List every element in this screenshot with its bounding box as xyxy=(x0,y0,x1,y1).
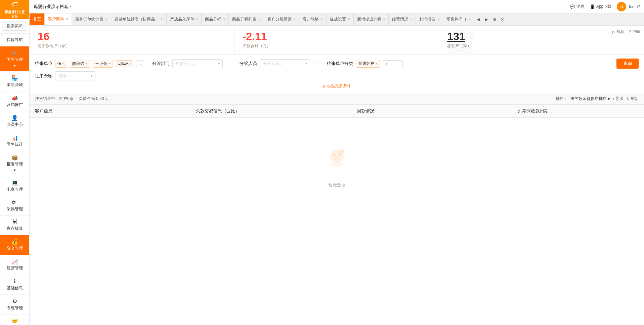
tab-cost-inbound[interactable]: 产成品入库单 × xyxy=(167,13,202,25)
operations-icon: 📈 xyxy=(11,258,18,265)
category-tag-1-close[interactable]: × xyxy=(376,62,378,66)
data-table: 客户信息 欠款交易信息（占比） 回款情况 到期未收款日期 xyxy=(30,105,644,325)
basic-info-icon: ℹ xyxy=(14,278,16,285)
sidebar-item-quick-nav[interactable]: 快捷导航 xyxy=(0,34,29,46)
page-content: ¥ 16 总欠款客户（家） ⊕ -2.11 欠款合计（万） 🏢 131 总客户（… xyxy=(30,26,644,325)
sidebar-item-operations[interactable]: 📈 经营管理 xyxy=(0,255,29,275)
query-button[interactable]: 查询 xyxy=(616,59,639,69)
sidebar-item-inventory[interactable]: 🗄 库存核算 xyxy=(0,216,29,235)
retail-mgmt-icon: 🛒 xyxy=(11,50,18,56)
filter-tag-1: 伍 × xyxy=(55,60,67,68)
org-selector[interactable]: 母婴行业演示帐套 ▾ xyxy=(34,4,72,10)
tab-product-analysis-list-close[interactable]: × xyxy=(258,17,260,21)
tab-home-label: 首页 xyxy=(33,16,41,22)
tab-purchase-order[interactable]: 采购订单统计表 × xyxy=(72,13,111,25)
tab-profit-report[interactable]: 利润报告 × xyxy=(416,13,443,25)
dept-filter-label: 分管部门 xyxy=(152,61,170,67)
table-col-repayment: 回款情况 xyxy=(357,108,518,114)
filter-row-1: 往来单位 伍 × 陈民强 × 王小亮 × cjttcw × ... xyxy=(35,59,639,69)
sidebar-item-retail-stats[interactable]: 📊 零售统计 xyxy=(0,131,29,151)
sidebar-item-capital-mgmt[interactable]: 💰 资金管理 xyxy=(0,235,29,255)
tab-customer-segment-close[interactable]: × xyxy=(294,17,296,21)
tab-inbound-stats[interactable]: 进货单统计表（按商品） × xyxy=(111,13,167,25)
person-more-button[interactable]: ··· xyxy=(313,60,321,67)
filter-tag-4-text: cjttcw xyxy=(118,61,128,66)
tab-new-solution-close[interactable]: × xyxy=(383,17,385,21)
person-select[interactable]: 分管人员... ▾ xyxy=(260,59,310,68)
tab-next-button[interactable]: ▶ xyxy=(482,13,490,25)
sidebar-item-membership[interactable]: 👤 会员中心 xyxy=(0,111,29,131)
sidebar-item-basic-info[interactable]: ℹ 基础信息 xyxy=(0,275,29,295)
balance-select[interactable]: 选择... ▾ xyxy=(55,71,95,80)
stat-debt-amount: ⊕ -2.11 欠款合计（万） xyxy=(234,26,439,54)
tab-purchase-order-close[interactable]: × xyxy=(105,17,108,21)
sidebar-item-purchase[interactable]: 🛍 采购管理 xyxy=(0,196,29,216)
retail-mgmt-arrow: ▾ xyxy=(14,63,16,68)
filter-tag-4-close[interactable]: × xyxy=(129,62,131,66)
tab-cost-inbound-close[interactable]: × xyxy=(196,17,198,21)
sidebar-item-retail-mall[interactable]: 🏪 零售商城 xyxy=(0,72,29,92)
filter-tag-1-close[interactable]: × xyxy=(63,62,65,66)
tab-prev-button[interactable]: ◀ xyxy=(474,13,482,25)
tab-customer-contact-close[interactable]: × xyxy=(321,17,323,21)
dept-more-button[interactable]: ··· xyxy=(225,60,234,67)
logo-icon: 🏷 xyxy=(11,0,18,9)
filter-tag-2-text: 陈民强 xyxy=(72,61,84,67)
tab-product-analysis-list[interactable]: 商品分析列表 × xyxy=(229,13,264,25)
person-placeholder: 分管人员... xyxy=(263,61,282,67)
tab-inbound-stats-close[interactable]: × xyxy=(161,17,163,21)
tab-customer-book-close[interactable]: × xyxy=(66,17,68,21)
collapse-button[interactable]: ∧ 收起更多条件 xyxy=(323,83,351,89)
tab-retail-profit[interactable]: 零售利润（ × xyxy=(443,13,474,25)
system-label: 系统管理 xyxy=(7,305,23,311)
balance-filter-label: 往来余额 xyxy=(35,73,52,79)
export-label: 导出 xyxy=(615,96,624,102)
export-button[interactable]: ↑ 导出 xyxy=(612,96,624,102)
sidebar-item-ecommerce[interactable]: 💻 电商管理 xyxy=(0,176,29,196)
tab-product-analysis[interactable]: 商品分析 × xyxy=(202,13,229,25)
user-profile-button[interactable]: d demo2 xyxy=(617,2,640,11)
tab-submit-settings[interactable]: 提成设置 × xyxy=(327,13,354,25)
filter-tag-3-close[interactable]: × xyxy=(109,62,111,66)
sidebar-search[interactable]: 搜索菜单 xyxy=(0,19,29,34)
capital-label: 资金管理 xyxy=(7,246,23,251)
tab-customer-segment[interactable]: 客户分层经营 × xyxy=(264,13,299,25)
retail-mgmt-label: 零售管理 xyxy=(7,57,23,63)
sidebar-item-wholesale-mgmt[interactable]: 📦 批发管理 ▾ xyxy=(0,151,29,176)
tab-customer-contact[interactable]: 客户联络 × xyxy=(299,13,327,25)
tab-submit-settings-close[interactable]: × xyxy=(348,17,350,21)
refresh-button[interactable]: ↻ 刷新 xyxy=(626,96,639,102)
empty-state: 暂无数据 xyxy=(30,118,644,215)
tab-customer-book[interactable]: 客户账本 × xyxy=(45,13,72,25)
sidebar-item-retail-mgmt[interactable]: 🛒 零售管理 ▾ xyxy=(0,46,29,72)
tab-new-solution[interactable]: 新增提成方案 × xyxy=(354,13,389,25)
balance-chevron: ▾ xyxy=(91,74,92,78)
empty-icon xyxy=(324,145,350,178)
tab-home[interactable]: 首页 xyxy=(30,13,45,25)
tab-more-button[interactable]: ⊞ xyxy=(490,13,499,25)
help-button[interactable]: ? 帮助 xyxy=(629,29,640,35)
tab-operation-status-close[interactable]: × xyxy=(410,17,412,21)
video-button[interactable]: ▷ 视频 xyxy=(612,29,625,35)
message-button[interactable]: 💬 消息 xyxy=(570,4,585,9)
filter-tag-2-close[interactable]: × xyxy=(86,62,88,66)
sidebar-item-system[interactable]: ⚙ 系统管理 xyxy=(0,295,29,315)
search-menu-button[interactable]: 搜索菜单 xyxy=(2,22,27,31)
tab-retail-profit-close[interactable]: × xyxy=(469,17,471,21)
svg-point-2 xyxy=(333,154,335,156)
tab-operation-status[interactable]: 经营情况 × xyxy=(389,13,416,25)
dept-select[interactable]: 分管部门... ▾ xyxy=(172,59,223,68)
more-tags-button[interactable]: ... xyxy=(136,60,144,67)
sidebar-item-enterprise-coop[interactable]: 🤝 企业协同 xyxy=(0,315,29,325)
category-select[interactable]: ▾ xyxy=(383,60,403,67)
marketing-icon: 📣 xyxy=(11,95,18,101)
tab-product-analysis-close[interactable]: × xyxy=(223,17,225,21)
result-bar: 搜索结果中，客户0家 欠款金额 0.00元 排序： 按欠款金额倒序排序 ▾ ↑ … xyxy=(30,93,644,105)
app-download-button[interactable]: 📱 App下载 xyxy=(590,4,611,9)
logo-sub: 标版 xyxy=(12,14,18,19)
tab-profit-report-close[interactable]: × xyxy=(437,17,439,21)
tab-close-all-button[interactable]: ✕ xyxy=(499,13,507,25)
result-debt-amount: 欠款金额 0.00元 xyxy=(79,96,108,102)
sidebar-item-marketing[interactable]: 📣 营销推广 xyxy=(0,92,29,111)
sort-select[interactable]: 按欠款金额倒序排序 ▾ xyxy=(570,96,610,102)
